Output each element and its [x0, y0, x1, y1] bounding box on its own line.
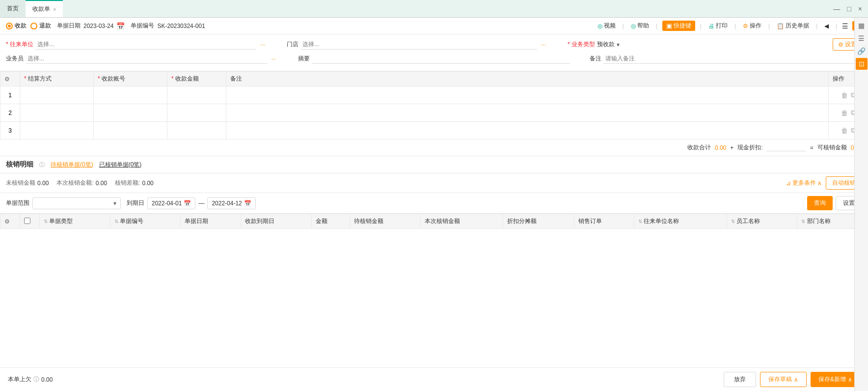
row3-amount-input[interactable] [167, 122, 226, 139]
save-draft-button[interactable]: 保存草稿 ∧ [760, 372, 807, 387]
radio-refund[interactable]: 退款 [30, 22, 51, 30]
shortcut-btn[interactable]: ▣ 快捷键 [662, 21, 695, 31]
range-arrow[interactable]: ▾ [113, 200, 116, 207]
date-to-picker[interactable]: 2022-04-12 📅 [207, 197, 255, 209]
row3-account[interactable] [94, 122, 167, 140]
row2-remark-input[interactable] [226, 104, 828, 121]
row3-delete-icon[interactable]: 🗑 [841, 127, 848, 135]
sort-type-icon[interactable]: ⇅ [44, 219, 48, 224]
row3-amount[interactable] [167, 122, 226, 140]
bottom-info-icon[interactable]: ⓘ [33, 375, 39, 384]
row2-account[interactable] [94, 104, 167, 122]
cal-to-icon[interactable]: 📅 [244, 200, 251, 207]
sort-number-icon[interactable]: ⇅ [114, 219, 118, 224]
operation-btn[interactable]: ⚙ 操作 [741, 21, 763, 31]
staff-input[interactable] [26, 54, 268, 64]
sort-partner-icon[interactable]: ⇅ [638, 219, 642, 224]
row1-settle-input[interactable] [20, 86, 93, 104]
tab-home[interactable]: 首页 [0, 0, 26, 17]
verify-table-settings-icon[interactable]: ⚙ [4, 218, 10, 225]
abstract-input[interactable] [312, 54, 570, 64]
help-btn[interactable]: ◎ 帮助 [629, 21, 651, 31]
radio-receipt[interactable]: 收款 [6, 22, 27, 30]
verify-col-settings[interactable]: ⚙ [0, 214, 20, 229]
store-input[interactable] [300, 39, 537, 50]
remark-input[interactable] [603, 54, 862, 64]
row3-settle[interactable] [20, 122, 94, 140]
row1-remark[interactable] [226, 86, 829, 104]
staff-field: 业务员 ··· [6, 54, 278, 64]
store-more-btn[interactable]: ··· [539, 41, 548, 48]
save-draft-arrow[interactable]: ∧ [794, 376, 798, 383]
partner-more-btn[interactable]: ··· [258, 41, 267, 48]
pending-tab[interactable]: 待核销单据(0笔) [51, 161, 93, 169]
discount-input[interactable] [767, 144, 806, 151]
save-new-arrow[interactable]: ∧ [848, 376, 852, 383]
col-settings-header[interactable]: ⚙ [0, 72, 20, 86]
verify-col-due-date-label: 收款到期日 [245, 218, 274, 224]
menu-icon[interactable]: ☰ [842, 22, 848, 30]
row3-settle-input[interactable] [20, 122, 93, 139]
row1-amount-input[interactable] [167, 86, 226, 104]
row1-account[interactable] [94, 86, 167, 104]
row2-settle-input[interactable] [20, 104, 93, 121]
row1-account-input[interactable] [94, 86, 167, 104]
row2-amount-input[interactable] [167, 104, 226, 121]
verify-col-checkbox[interactable] [20, 214, 40, 229]
partner-input[interactable] [35, 39, 256, 50]
date-from-picker[interactable]: 2022-04-01 📅 [147, 197, 195, 209]
verify-col-staff-label: 员工名称 [736, 218, 760, 224]
row2-settle[interactable] [20, 104, 94, 122]
verify-info-icon[interactable]: ⓘ [39, 161, 45, 168]
cal-from-icon[interactable]: 📅 [184, 200, 191, 207]
staff-more-btn[interactable]: ··· [270, 56, 278, 62]
sidebar-table-icon[interactable]: ☰ [856, 32, 868, 44]
table-settings-icon[interactable]: ⚙ [4, 76, 10, 83]
save-new-button[interactable]: 保存&新增 ∧ [811, 372, 860, 387]
verify-col-dept-label: 部门名称 [807, 218, 831, 224]
verify-select-all[interactable] [24, 218, 30, 224]
row3-remark[interactable] [226, 122, 829, 140]
history-btn[interactable]: 📋 历史单据 [775, 21, 811, 31]
video-btn[interactable]: ◎ 视频 [596, 21, 618, 31]
store-label: 门店 [287, 40, 298, 49]
sort-staff-icon[interactable]: ⇅ [731, 219, 735, 224]
remark-field: 备注 [590, 54, 862, 64]
date-separator: — [198, 200, 204, 207]
row3-account-input[interactable] [94, 122, 167, 139]
radio-refund-label: 退款 [39, 22, 51, 30]
range-label: 单据范围 [6, 199, 29, 207]
sidebar-grid-icon[interactable]: ▦ [856, 20, 868, 31]
abandon-label: 放弃 [734, 376, 746, 383]
row3-remark-input[interactable] [226, 122, 828, 139]
print-btn[interactable]: 🖨 打印 [706, 21, 730, 31]
save-draft-label: 保存草稿 [768, 375, 792, 384]
more-conditions-btn[interactable]: ⊿ 更多条件 ∧ [786, 179, 822, 187]
date-to-value: 2022-04-12 [212, 200, 242, 207]
done-tab[interactable]: 已核销单据(0笔) [99, 161, 142, 169]
calendar-icon[interactable]: 📅 [116, 22, 125, 30]
window-restore-btn[interactable]: □ [845, 4, 853, 14]
abandon-button[interactable]: 放弃 [724, 372, 756, 387]
biz-type-dropdown[interactable]: 预收款 ▾ [597, 40, 829, 49]
tab-receipt[interactable]: 收款单 × [26, 0, 63, 17]
row2-amount[interactable] [167, 104, 226, 122]
row2-delete-icon[interactable]: 🗑 [841, 109, 848, 117]
row2-account-input[interactable] [94, 104, 167, 121]
row2-remark[interactable] [226, 104, 829, 122]
sort-dept-icon[interactable]: ⇅ [801, 219, 805, 224]
row1-amount[interactable] [167, 86, 226, 104]
window-min-btn[interactable]: — [831, 4, 842, 14]
date-label: 单据日期 [57, 22, 81, 30]
biz-type-arrow[interactable]: ▾ [617, 41, 620, 48]
nav-prev-btn[interactable]: ◀ [822, 22, 831, 30]
row1-remark-input[interactable] [226, 86, 828, 104]
query-button[interactable]: 查询 [807, 196, 833, 210]
tab-close-icon[interactable]: × [53, 6, 56, 12]
row1-delete-icon[interactable]: 🗑 [841, 91, 848, 99]
range-select[interactable]: ▾ [32, 197, 121, 209]
window-close-btn[interactable]: × [856, 4, 864, 14]
sidebar-attachment-icon[interactable]: 🔗 [856, 45, 868, 57]
sidebar-screenshot-icon[interactable]: ⊡ [856, 58, 868, 70]
row1-settle[interactable] [20, 86, 94, 104]
